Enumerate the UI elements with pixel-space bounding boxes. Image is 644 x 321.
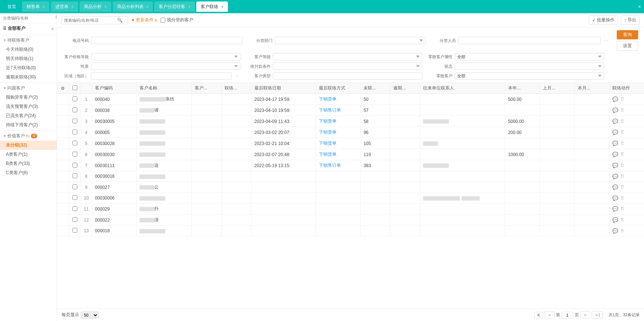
batch-op-button[interactable]: ✓ 批量操作: [589, 15, 618, 25]
close-goods-list-tab[interactable]: ×: [147, 5, 149, 9]
contact-way-link[interactable]: 下销货单: [319, 130, 337, 135]
th-type[interactable]: 客户...: [191, 83, 221, 94]
row-checkbox[interactable]: [73, 173, 77, 178]
message-icon[interactable]: 💬: [612, 96, 618, 102]
price-grade-select[interactable]: [91, 53, 240, 60]
grid-action-icon[interactable]: ⠿: [620, 107, 624, 113]
refresh-icon[interactable]: ↻: [26, 134, 29, 139]
per-page-select[interactable]: 50 100 200: [81, 311, 99, 319]
contact-way-link[interactable]: 下销售订单: [319, 107, 341, 113]
customer-type-input[interactable]: [273, 72, 422, 80]
grade-select[interactable]: [273, 53, 422, 60]
message-icon[interactable]: 💬: [612, 107, 618, 113]
grid-action-icon[interactable]: ⠿: [620, 163, 624, 168]
row-checkbox[interactable]: [73, 119, 77, 123]
reset-button[interactable]: 设置: [617, 41, 638, 51]
close-customer-contact-tab[interactable]: ×: [221, 5, 224, 9]
grid-action-icon[interactable]: ⠿: [620, 152, 624, 157]
grid-action-icon[interactable]: ⠿: [620, 130, 624, 135]
contact-way-link[interactable]: 下销货单: [319, 119, 337, 124]
th-overdue[interactable]: 逾期...: [390, 83, 420, 94]
sidebar-item-7day-pending[interactable]: 近7天待联络(0): [0, 63, 57, 73]
pending-group-header[interactable]: ▼ 待联络客户: [0, 36, 57, 45]
region-input[interactable]: [91, 72, 232, 80]
grid-action-icon[interactable]: ⠿: [620, 96, 624, 102]
message-icon[interactable]: 💬: [612, 141, 618, 146]
row-checkbox[interactable]: [73, 206, 77, 211]
nav-tab-customer-contact[interactable]: 客户联络 ×: [196, 1, 228, 12]
th-contact-person[interactable]: 往来单位联系人: [420, 83, 505, 94]
grid-action-icon[interactable]: ⠿: [620, 195, 624, 201]
row-checkbox[interactable]: [73, 195, 77, 200]
row-checkbox[interactable]: [73, 130, 77, 134]
row-checkbox[interactable]: [73, 141, 77, 145]
last-page-button[interactable]: ＞|: [592, 311, 603, 319]
sidebar-item-class-a[interactable]: A类客户(1): [0, 150, 57, 159]
my-customers-checkbox[interactable]: 我分管的客户: [161, 17, 193, 23]
grid-action-icon[interactable]: ⠿: [620, 184, 624, 190]
sidebar-item-churn-warning[interactable]: 流失预警客户(3): [0, 102, 57, 111]
retail-attr-select[interactable]: 全部: [455, 53, 604, 60]
close-customer-tier-tab[interactable]: ×: [188, 5, 190, 9]
th-code[interactable]: 客户编码: [92, 83, 136, 94]
message-icon[interactable]: 💬: [612, 217, 618, 223]
row-checkbox[interactable]: [73, 217, 77, 222]
all-customers-header[interactable]: ⠿ 全部客户 «: [0, 23, 57, 34]
grid-action-icon[interactable]: ⠿: [620, 228, 624, 234]
message-icon[interactable]: 💬: [612, 195, 618, 201]
sidebar-item-declining[interactable]: 持续下滑客户(2): [0, 120, 57, 130]
grid-action-icon[interactable]: ⠿: [620, 206, 624, 212]
th-name[interactable]: 客户名称: [137, 83, 192, 94]
staff-input[interactable]: [458, 37, 601, 44]
nav-tab-home[interactable]: 首页: [3, 1, 21, 12]
message-icon[interactable]: 💬: [612, 206, 618, 212]
grid-action-icon[interactable]: ⠿: [620, 141, 624, 146]
sidebar-item-tomorrow-pending[interactable]: 明天待联络(1): [0, 54, 57, 63]
prev-page-button[interactable]: ＜: [545, 311, 555, 319]
message-icon[interactable]: 💬: [612, 119, 618, 124]
grid-action-icon[interactable]: ⠿: [620, 174, 624, 179]
close-all-button[interactable]: ×: [638, 4, 641, 10]
first-page-button[interactable]: K: [534, 312, 543, 318]
nav-tab-customer-tier[interactable]: 客户分层经客 ×: [154, 1, 195, 12]
row-checkbox[interactable]: [73, 152, 77, 156]
export-button[interactable]: ↑ 导出: [621, 15, 640, 25]
message-icon[interactable]: 💬: [612, 184, 618, 190]
sidebar-item-class-b[interactable]: B类客户(33): [0, 159, 57, 168]
nav-tab-goods-list[interactable]: 商品分析列表 ×: [113, 1, 153, 12]
message-icon[interactable]: 💬: [612, 130, 618, 135]
contact-way-link[interactable]: 下销货单: [319, 141, 337, 146]
settings-icon[interactable]: ⚙: [61, 86, 65, 91]
row-checkbox[interactable]: [73, 96, 77, 101]
row-checkbox[interactable]: [73, 163, 77, 167]
sidebar-item-churned[interactable]: 已流失客户(24): [0, 111, 57, 120]
problem-group-header[interactable]: ▼ 问题客户: [0, 84, 57, 93]
page-number-input[interactable]: [562, 312, 573, 318]
grid-action-icon[interactable]: ⠿: [620, 217, 624, 223]
th-this-month[interactable]: 本月...: [574, 83, 609, 94]
th-no-contact[interactable]: 未联...: [360, 83, 390, 94]
message-icon[interactable]: 💬: [612, 228, 618, 234]
row-checkbox[interactable]: [73, 184, 77, 189]
more-conditions-button[interactable]: ▼ 更多条件 ∧: [131, 17, 158, 23]
contact-way-link[interactable]: 下销货单: [319, 152, 337, 157]
next-page-button[interactable]: ＞: [580, 311, 590, 319]
sidebar-item-ungrouped[interactable]: 未分组(32): [0, 141, 57, 150]
search-input[interactable]: [64, 18, 116, 22]
message-icon[interactable]: 💬: [612, 163, 618, 168]
grid-action-icon[interactable]: ⠿: [620, 119, 624, 124]
th-contact[interactable]: 联络...: [221, 83, 251, 94]
query-button[interactable]: 查询: [617, 30, 638, 39]
th-last-contact-way[interactable]: 最后联络方式: [316, 83, 360, 94]
region-dots[interactable]: ···: [234, 73, 240, 78]
th-last-contact-date[interactable]: 最后联络日期: [251, 83, 316, 94]
nav-tab-sales[interactable]: 销售单 ×: [22, 1, 49, 12]
th-last-month[interactable]: 上月...: [540, 83, 574, 94]
my-customers-check[interactable]: [161, 18, 165, 22]
close-purchase-tab[interactable]: ×: [71, 5, 74, 9]
phone-input[interactable]: [91, 37, 242, 44]
close-goods-analysis-tab[interactable]: ×: [105, 5, 107, 9]
staff-dots[interactable]: ···: [603, 38, 609, 43]
message-icon[interactable]: 💬: [612, 152, 618, 157]
nav-tab-goods-analysis[interactable]: 商品分析 ×: [80, 1, 111, 12]
